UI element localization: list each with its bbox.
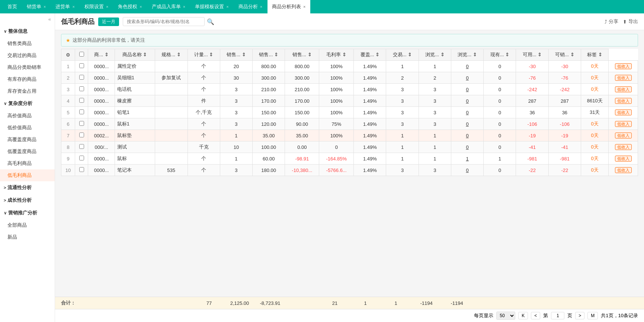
- last-page-btn[interactable]: M: [587, 312, 598, 319]
- col-tag[interactable]: 标签 ⇕: [581, 49, 608, 61]
- sidebar-group-complexity[interactable]: ∨ 复杂度分析: [0, 97, 55, 110]
- row-view1[interactable]: 0: [451, 118, 483, 130]
- col-name[interactable]: 商品名称 ⇕: [115, 49, 155, 61]
- row-checkbox[interactable]: [75, 153, 88, 165]
- row-select-checkbox[interactable]: [79, 63, 84, 68]
- row-name[interactable]: 橡皮擦: [115, 95, 155, 107]
- table-row[interactable]: 7 0002... 鼠标垫 个 1 35.00 35.00 100% 1.49%…: [61, 130, 638, 141]
- page-size-select[interactable]: 50 100 200: [496, 312, 515, 320]
- first-page-btn[interactable]: K: [518, 312, 528, 319]
- close-icon[interactable]: ×: [140, 4, 142, 9]
- nav-role[interactable]: 角色授权 ×: [113, 0, 146, 13]
- nav-sales[interactable]: 销货单 ×: [22, 0, 50, 13]
- sidebar-item-low-coverage[interactable]: 低覆盖度商品: [0, 146, 55, 157]
- row-checkbox[interactable]: [75, 165, 88, 176]
- sidebar-item-low-value[interactable]: 低价值商品: [0, 122, 55, 134]
- row-name[interactable]: 笔记本: [115, 165, 155, 176]
- export-button[interactable]: ⬆ 导出: [623, 18, 638, 25]
- row-checkbox[interactable]: [75, 72, 88, 84]
- col-trade[interactable]: 交易... ⇕: [386, 49, 419, 61]
- sidebar-item-high-coverage[interactable]: 高覆盖度商品: [0, 134, 55, 146]
- nav-product-entry[interactable]: 产成品入库单 ×: [147, 0, 190, 13]
- select-all-checkbox[interactable]: [79, 52, 84, 57]
- sidebar-item-capital[interactable]: 库存资金占用: [0, 85, 55, 97]
- search-input[interactable]: [123, 17, 205, 26]
- row-name[interactable]: 鼠标1: [115, 118, 155, 130]
- row-select-checkbox[interactable]: [79, 109, 84, 114]
- col-unit[interactable]: 计量... ⇕: [188, 49, 220, 61]
- row-name[interactable]: 鼠标: [115, 153, 155, 165]
- sidebar-item-low-margin[interactable]: 低毛利商品: [0, 169, 55, 181]
- sidebar-item-new-goods[interactable]: 新品: [0, 231, 55, 243]
- sidebar-item-category-rate[interactable]: 商品分类助销率: [0, 61, 55, 73]
- data-table-wrap[interactable]: ⚙ 商... ⇕ 商品名称 ⇕ 规格... ⇕ 计量... ⇕ 销售... ⇕ …: [61, 49, 638, 297]
- row-name[interactable]: 吴细细1: [115, 72, 155, 84]
- row-view1[interactable]: 0: [451, 95, 483, 107]
- col-price[interactable]: 销售... ⇕: [253, 49, 285, 61]
- row-select-checkbox[interactable]: [79, 86, 84, 91]
- table-row[interactable]: 3 0000... 电话机 个 3 210.00 210.00 100% 1.4…: [61, 84, 638, 95]
- row-name[interactable]: 铅笔1: [115, 107, 155, 118]
- col-profit[interactable]: 销售... ⇕: [285, 49, 319, 61]
- col-view2[interactable]: 浏览... ⇕: [451, 49, 483, 61]
- filter-recent-btn[interactable]: 近一月: [98, 17, 119, 26]
- row-select-checkbox[interactable]: [79, 98, 84, 103]
- row-select-checkbox[interactable]: [79, 121, 84, 126]
- col-available[interactable]: 可用... ⇕: [516, 49, 548, 61]
- row-select-checkbox[interactable]: [79, 167, 84, 172]
- col-settings[interactable]: ⚙: [61, 49, 75, 61]
- row-view1[interactable]: 0: [451, 61, 483, 72]
- sidebar-group-growth[interactable]: > 成长性分析: [0, 194, 55, 207]
- page-input[interactable]: [551, 312, 564, 319]
- col-view1[interactable]: 浏览... ⇕: [419, 49, 451, 61]
- row-checkbox[interactable]: [75, 130, 88, 141]
- sidebar-item-all-goods[interactable]: 全部商品: [0, 219, 55, 231]
- row-select-checkbox[interactable]: [79, 133, 84, 137]
- col-qty[interactable]: 销售... ⇕: [220, 49, 252, 61]
- col-saleable[interactable]: 可销... ⇕: [548, 49, 581, 61]
- row-view1[interactable]: 0: [451, 72, 483, 84]
- close-icon[interactable]: ×: [44, 4, 46, 9]
- sidebar-item-stocked-goods[interactable]: 有库存的商品: [0, 73, 55, 85]
- row-checkbox[interactable]: [75, 141, 88, 153]
- nav-purchase[interactable]: 进货单 ×: [51, 0, 79, 13]
- col-stock[interactable]: 现有... ⇕: [484, 49, 516, 61]
- row-name[interactable]: 属性定价: [115, 61, 155, 72]
- row-checkbox[interactable]: [75, 107, 88, 118]
- share-button[interactable]: ⤴ 分享: [605, 18, 618, 25]
- nav-home[interactable]: 首页: [3, 0, 22, 13]
- row-checkbox[interactable]: [75, 118, 88, 130]
- sidebar-group-marketing[interactable]: ∨ 营销推广分析: [0, 207, 55, 219]
- nav-product-analysis-list[interactable]: 商品分析列表 ×: [267, 0, 310, 13]
- row-view1[interactable]: 0: [451, 107, 483, 118]
- close-icon[interactable]: ×: [72, 4, 74, 9]
- row-checkbox[interactable]: [75, 84, 88, 95]
- row-select-checkbox[interactable]: [79, 156, 84, 160]
- next-page-btn[interactable]: >: [575, 312, 584, 319]
- nav-permission[interactable]: 权限设置 ×: [80, 0, 113, 13]
- row-name[interactable]: 鼠标垫: [115, 130, 155, 141]
- row-view1[interactable]: 0: [451, 165, 483, 176]
- sidebar-item-traded-goods[interactable]: 交易过的商品: [0, 50, 55, 61]
- row-view1[interactable]: 0: [451, 130, 483, 141]
- table-row[interactable]: 2 0000... 吴细细1 参加复试 个 30 300.00 300.00 1…: [61, 72, 638, 84]
- row-select-checkbox[interactable]: [79, 144, 84, 149]
- row-name[interactable]: 电话机: [115, 84, 155, 95]
- sidebar-item-high-margin[interactable]: 高毛利商品: [0, 157, 55, 169]
- col-checkbox[interactable]: [75, 49, 88, 61]
- row-select-checkbox[interactable]: [79, 75, 84, 80]
- close-icon[interactable]: ×: [260, 4, 262, 9]
- nav-template[interactable]: 单据模板设置 ×: [190, 0, 233, 13]
- row-checkbox[interactable]: [75, 61, 88, 72]
- table-row[interactable]: 5 0000... 铅笔1 个,千克 3 150.00 150.00 100% …: [61, 107, 638, 118]
- sidebar-group-liquidity[interactable]: > 流通性分析: [0, 181, 55, 194]
- sidebar-collapse-btn[interactable]: «: [0, 13, 55, 25]
- col-code[interactable]: 商... ⇕: [88, 49, 115, 61]
- sidebar-item-sales-goods[interactable]: 销售类商品: [0, 38, 55, 50]
- col-spec[interactable]: 规格... ⇕: [155, 49, 188, 61]
- table-row[interactable]: 9 0000... 鼠标 个 1 60.00 -98.91 -164.85% 1…: [61, 153, 638, 165]
- close-icon[interactable]: ×: [106, 4, 108, 9]
- row-checkbox[interactable]: [75, 95, 88, 107]
- row-name[interactable]: 测试: [115, 141, 155, 153]
- prev-page-btn[interactable]: <: [531, 312, 540, 319]
